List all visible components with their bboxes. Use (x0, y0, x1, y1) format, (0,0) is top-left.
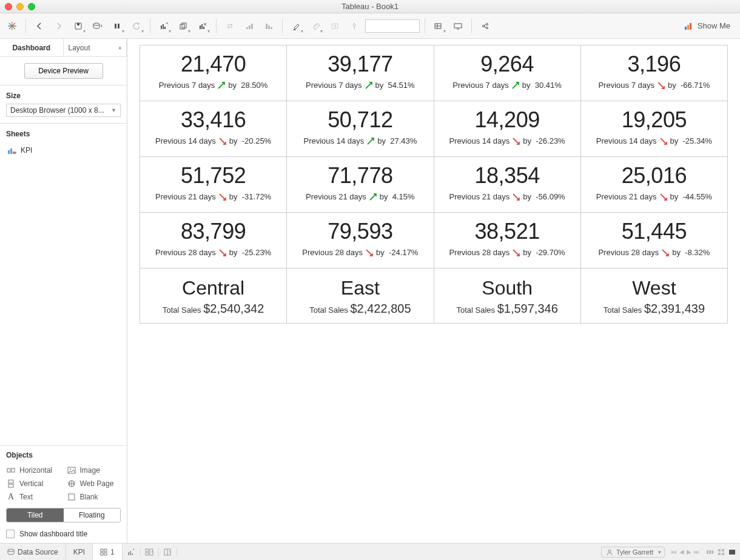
highlight-button[interactable] (288, 18, 304, 35)
worksheet-icon (7, 146, 17, 155)
new-worksheet-tab-button[interactable]: + (123, 548, 141, 556)
object-webpage[interactable]: Web Page (67, 479, 121, 488)
svg-rect-50 (8, 480, 13, 483)
tableau-logo-icon[interactable] (4, 18, 21, 35)
user-menu[interactable]: Tyler Garrett (601, 547, 665, 558)
save-button[interactable] (70, 18, 87, 35)
size-dropdown[interactable]: Desktop Browser (1000 x 8... ▼ (6, 104, 121, 117)
kpi-value: 21,470 (144, 52, 283, 77)
tab-layout[interactable]: Layout♦ (64, 39, 127, 56)
sheet-item-kpi[interactable]: KPI (6, 144, 121, 156)
forward-button[interactable] (50, 18, 67, 35)
show-me-button[interactable]: Show Me (678, 21, 736, 30)
svg-rect-76 (722, 553, 724, 555)
chevron-down-icon: ▼ (111, 107, 116, 113)
trend-up-icon (365, 81, 373, 90)
trend-down-icon (659, 193, 668, 201)
kpi-value: 33,416 (144, 107, 283, 133)
presentation-mode-button[interactable] (449, 18, 466, 35)
duplicate-button[interactable] (175, 18, 192, 35)
show-tabs-icon[interactable] (728, 548, 736, 556)
kpi-value: 14,209 (438, 107, 577, 133)
region-total: Total Sales $2,540,342 (144, 302, 283, 316)
svg-rect-16 (200, 25, 201, 29)
separator (425, 19, 425, 33)
kpi-cell: 18,354Previous 21 days by -56.09% (434, 157, 581, 213)
swap-button[interactable] (221, 18, 238, 35)
object-image[interactable]: Image (67, 465, 121, 475)
user-icon (607, 549, 613, 555)
size-value: Desktop Browser (1000 x 8... (10, 106, 104, 115)
svg-rect-71 (709, 550, 711, 554)
kpi-cell: 51,445Previous 28 days by -8.32% (581, 213, 728, 268)
trend-up-icon (511, 81, 520, 90)
sort-asc-button[interactable] (241, 18, 258, 35)
svg-rect-70 (707, 550, 708, 554)
floating-button[interactable]: Floating (64, 508, 121, 522)
kpi-dashboard: 21,470Previous 7 days by 28.50%39,177Pre… (140, 45, 728, 324)
new-data-source-button[interactable]: + (89, 18, 106, 35)
region-total: Total Sales $1,597,346 (438, 302, 577, 316)
object-text[interactable]: AText (6, 492, 61, 502)
svg-rect-24 (266, 24, 267, 29)
pin-button[interactable] (346, 18, 363, 35)
share-button[interactable] (477, 18, 494, 35)
new-story-tab-button[interactable]: + (159, 548, 177, 556)
object-horizontal[interactable]: Horizontal (6, 465, 61, 475)
tab-dashboard-label: Dashboard (12, 44, 50, 52)
dashboard-tab-1[interactable]: 1 (93, 544, 123, 560)
svg-rect-23 (251, 24, 253, 29)
new-worksheet-button[interactable]: + (155, 18, 172, 35)
data-source-tab[interactable]: Data Source (0, 544, 66, 560)
svg-rect-74 (722, 549, 724, 552)
kpi-value: 51,752 (144, 163, 283, 188)
svg-rect-21 (246, 27, 248, 29)
device-preview-button[interactable]: Device Preview (24, 63, 103, 79)
kpi-value: 79,593 (291, 219, 429, 244)
tab-dashboard[interactable]: Dashboard (0, 39, 64, 56)
svg-point-69 (608, 550, 611, 552)
separator (150, 19, 150, 33)
kpi-change: Previous 21 days by -44.55% (585, 192, 724, 201)
dashboard-canvas[interactable]: 21,470Previous 7 days by 28.50%39,177Pre… (127, 39, 740, 543)
object-vertical[interactable]: Vertical (6, 479, 61, 488)
back-button[interactable] (31, 18, 48, 35)
show-filmstrip-icon[interactable] (706, 548, 715, 556)
pause-updates-button[interactable] (109, 18, 126, 35)
kpi-cell: 9,264Previous 7 days by 30.41% (434, 45, 581, 101)
search-input[interactable] (365, 19, 420, 33)
svg-rect-77 (729, 550, 735, 555)
kpi-change: Previous 14 days by -25.34% (585, 136, 724, 145)
trend-down-icon (512, 137, 520, 145)
trend-up-icon (366, 137, 375, 145)
clear-button[interactable] (194, 18, 211, 35)
tiled-button[interactable]: Tiled (7, 508, 64, 522)
kpi-change: Previous 21 days by -56.09% (438, 192, 577, 201)
kpi-cell: 19,205Previous 14 days by -25.34% (581, 101, 728, 157)
sort-desc-button[interactable] (260, 18, 277, 35)
kpi-value: 25,016 (585, 163, 724, 188)
svg-rect-17 (201, 24, 203, 29)
new-dashboard-tab-button[interactable]: + (141, 548, 159, 556)
fit-button[interactable] (430, 18, 447, 35)
svg-rect-63 (146, 549, 149, 552)
kpi-change: Previous 7 days by 30.41% (438, 81, 577, 90)
sheet-tab-kpi[interactable]: KPI (66, 544, 93, 560)
attach-button[interactable] (307, 18, 324, 35)
refresh-button[interactable] (128, 18, 145, 35)
region-name: East (291, 277, 429, 299)
objects-heading: Objects (6, 451, 121, 462)
show-sheet-sorter-icon[interactable] (717, 548, 725, 556)
kpi-cell: 71,778Previous 21 days by 4.15% (287, 157, 434, 213)
kpi-cell: 79,593Previous 28 days by -24.17% (287, 213, 434, 268)
object-blank[interactable]: Blank (67, 492, 121, 502)
region-summary: SouthTotal Sales $1,597,346 (434, 268, 581, 324)
text-label-button[interactable]: T (326, 18, 343, 35)
trend-down-icon (218, 137, 227, 145)
sheet-nav[interactable]: ⏮◀▶⏭ (671, 548, 700, 555)
kpi-change: Previous 21 days by -31.72% (144, 192, 283, 201)
kpi-value: 51,445 (585, 219, 724, 244)
show-me-label: Show Me (698, 21, 730, 30)
show-title-checkbox[interactable]: Show dashboard title (6, 530, 121, 538)
svg-rect-33 (454, 24, 462, 28)
